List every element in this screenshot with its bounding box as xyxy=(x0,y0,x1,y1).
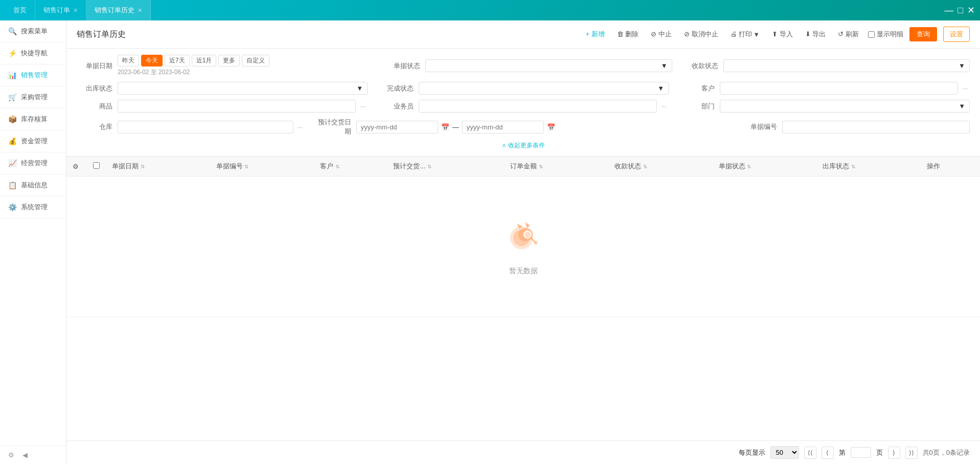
sidebar-item-finance[interactable]: 💰 资金管理 xyxy=(0,130,66,152)
delivery-date-control: 📅 — 📅 xyxy=(356,121,732,134)
custom-btn[interactable]: 自定义 xyxy=(242,55,269,67)
import-button[interactable]: ⬆ 导入 xyxy=(769,28,796,41)
tab-sales-order-history[interactable]: 销售订单历史 ✕ xyxy=(86,0,151,20)
customer-label: 客户 xyxy=(679,84,720,93)
checkbox-column-header[interactable] xyxy=(87,157,106,176)
last-page-button[interactable]: ⟩⟩ xyxy=(905,447,918,459)
sidebar-item-search-menu[interactable]: 🔍 搜索菜单 xyxy=(0,20,66,42)
content-area: 销售订单历史 + 新增 🗑 删除 ⊘ 中止 ⊘ 取消中止 🖨 打印 ▼ ⬆ 导入… xyxy=(66,20,980,464)
new-button[interactable]: + 新增 xyxy=(583,28,608,41)
delete-button[interactable]: 🗑 删除 xyxy=(614,28,642,41)
next-page-button[interactable]: ⟩ xyxy=(888,447,900,459)
pay-status-column-header[interactable]: 收款状态 ⇅ xyxy=(608,157,713,176)
close-window-icon[interactable]: ✕ xyxy=(967,5,975,16)
order-no-column-header[interactable]: 单据编号 ⇅ xyxy=(210,157,314,176)
outbound-status-select[interactable]: ▼ xyxy=(118,82,368,95)
order-status-control: ▼ xyxy=(425,59,672,72)
tab-home[interactable]: 首页 xyxy=(5,0,35,20)
toolbar: + 新增 🗑 删除 ⊘ 中止 ⊘ 取消中止 🖨 打印 ▼ ⬆ 导入 ⬇ 导出 ↺… xyxy=(583,27,970,42)
empty-state-row: 暂无数据 xyxy=(66,176,980,317)
department-arrow-icon: ▼ xyxy=(959,102,965,110)
sidebar-item-quick-nav[interactable]: ⚡ 快捷导航 xyxy=(0,42,66,64)
outbound-status-column-header[interactable]: 出库状态 ⇅ xyxy=(816,157,921,176)
stop-button[interactable]: ⊘ 中止 xyxy=(648,28,675,41)
minimize-icon[interactable]: — xyxy=(944,5,953,16)
last1month-btn[interactable]: 近1月 xyxy=(192,55,217,67)
delivery-date-column-header[interactable]: 预计交货... ⇅ xyxy=(387,157,504,176)
outbound-status-sort-icon: ⇅ xyxy=(851,164,855,169)
tab-sales-order-history-close[interactable]: ✕ xyxy=(138,7,142,14)
per-page-select[interactable]: 50 10 20 100 xyxy=(770,446,799,459)
order-no-input[interactable] xyxy=(782,121,970,134)
page-number-input[interactable]: 1 xyxy=(851,447,871,458)
completion-status-label: 完成状态 xyxy=(378,84,419,93)
sidebar-item-operations[interactable]: 📈 经营管理 xyxy=(0,152,66,174)
quick-nav-icon: ⚡ xyxy=(8,49,17,57)
sidebar-collapse-icon[interactable]: ◀ xyxy=(22,451,28,459)
date-column-header[interactable]: 单据日期 ⇅ xyxy=(106,157,210,176)
print-button[interactable]: 🖨 打印 ▼ xyxy=(727,28,763,41)
last7days-btn[interactable]: 近7天 xyxy=(165,55,190,67)
page-unit: 页 xyxy=(876,448,883,457)
collapse-button[interactable]: ∧ 收起更多条件 xyxy=(502,141,545,150)
refresh-button[interactable]: ↺ 刷新 xyxy=(835,28,862,41)
first-page-button[interactable]: ⟨⟨ xyxy=(804,447,816,459)
tab-sales-order-close[interactable]: ✕ xyxy=(73,7,78,14)
maximize-icon[interactable]: □ xyxy=(958,5,963,16)
completion-status-select[interactable]: ▼ xyxy=(419,82,669,95)
cancel-stop-button[interactable]: ⊘ 取消中止 xyxy=(681,28,721,41)
sidebar-settings-icon[interactable]: ⚙ xyxy=(8,451,14,459)
sidebar-item-basic-info[interactable]: 📋 基础信息 xyxy=(0,174,66,196)
customer-dots-icon[interactable]: ··· xyxy=(960,84,970,92)
outbound-status-arrow-icon: ▼ xyxy=(356,84,363,92)
more-btn[interactable]: 更多 xyxy=(218,55,240,67)
per-page-label: 每页显示 xyxy=(739,448,765,457)
customer-input[interactable] xyxy=(720,82,958,95)
today-btn[interactable]: 今天 xyxy=(141,55,163,67)
filter-row-3: 商品 ··· 业务员 ··· 部门 ▼ xyxy=(77,100,970,113)
empty-illustration xyxy=(503,217,544,258)
prev-page-button[interactable]: ⟨ xyxy=(822,447,834,459)
yesterday-btn[interactable]: 昨天 xyxy=(118,55,139,67)
amount-column-header[interactable]: 订单金额 ⇅ xyxy=(504,157,608,176)
tab-sales-order-label: 销售订单 xyxy=(43,6,70,15)
sidebar-item-sales-mgmt[interactable]: 📊 销售管理 xyxy=(0,64,66,86)
delivery-date-start-input[interactable] xyxy=(356,121,438,134)
settings-column-header[interactable]: ⚙ xyxy=(66,157,87,176)
sidebar-item-purchase-mgmt[interactable]: 🛒 采购管理 xyxy=(0,86,66,108)
sidebar-item-inventory[interactable]: 📦 库存核算 xyxy=(0,108,66,130)
warehouse-dots-icon[interactable]: ··· xyxy=(295,123,305,131)
order-status-select[interactable]: ▼ xyxy=(425,59,672,72)
product-dots-icon[interactable]: ··· xyxy=(358,102,368,110)
date-range-text: 2023-06-02 至 2023-06-02 xyxy=(118,68,269,77)
sidebar-item-purchase-mgmt-label: 采购管理 xyxy=(21,93,48,102)
outbound-status-col-label: 出库状态 xyxy=(823,162,849,170)
calendar-start-icon[interactable]: 📅 xyxy=(441,123,449,131)
product-control: ··· xyxy=(118,100,368,113)
sidebar-item-system[interactable]: ⚙️ 系统管理 xyxy=(0,196,66,218)
order-status-column-header[interactable]: 单据状态 ⇅ xyxy=(713,157,817,176)
pagination-bar: 每页显示 50 10 20 100 ⟨⟨ ⟨ 第 1 页 ⟩ ⟩⟩ 共0页，0条… xyxy=(66,440,980,464)
date-quick-btns: 昨天 今天 近7天 近1月 更多 自定义 xyxy=(118,55,269,67)
date-range-separator: — xyxy=(452,123,459,131)
order-status-col-label: 单据状态 xyxy=(719,162,745,170)
payment-status-select[interactable]: ▼ xyxy=(723,59,970,72)
tab-sales-order[interactable]: 销售订单 ✕ xyxy=(35,0,86,20)
export-button[interactable]: ⬇ 导出 xyxy=(802,28,829,41)
department-select[interactable]: ▼ xyxy=(720,100,970,113)
svg-point-4 xyxy=(525,232,530,237)
settings-button[interactable]: 设置 xyxy=(943,27,970,42)
salesperson-dots-icon[interactable]: ··· xyxy=(659,102,669,110)
calendar-end-icon[interactable]: 📅 xyxy=(547,123,555,131)
query-button[interactable]: 查询 xyxy=(909,27,937,41)
salesperson-input[interactable] xyxy=(419,100,657,113)
select-all-checkbox[interactable] xyxy=(93,162,100,169)
warehouse-input[interactable] xyxy=(118,121,293,134)
data-table: ⚙ 单据日期 ⇅ 单据编号 ⇅ 客户 xyxy=(66,157,980,317)
page-title: 销售订单历史 xyxy=(77,29,126,40)
table-body: 暂无数据 xyxy=(66,176,980,317)
show-detail-checkbox[interactable] xyxy=(868,31,875,38)
delivery-date-end-input[interactable] xyxy=(462,121,544,134)
customer-column-header[interactable]: 客户 ⇅ xyxy=(314,157,387,176)
product-input[interactable] xyxy=(118,100,356,113)
